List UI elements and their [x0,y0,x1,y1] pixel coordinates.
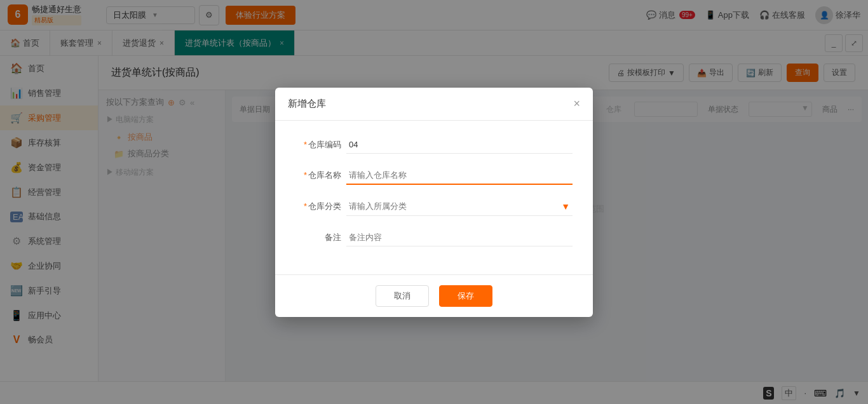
save-button[interactable]: 保存 [439,285,492,307]
dialog-footer: 取消 保存 [275,274,593,317]
category-dropdown-arrow: ▼ [561,201,570,212]
remark-input[interactable] [346,229,573,246]
cancel-button[interactable]: 取消 [376,285,429,307]
category-input[interactable] [349,201,561,211]
form-row-remark: 备注 [295,229,573,246]
category-label: 仓库分类 [295,201,346,212]
remark-label: 备注 [295,232,346,243]
dialog-header: 新增仓库 × [275,88,593,121]
add-warehouse-dialog: 新增仓库 × 仓库编码 仓库名称 仓库分类 ▼ [275,88,593,317]
form-row-category: 仓库分类 ▼ [295,198,573,216]
modal-overlay: 新增仓库 × 仓库编码 仓库名称 仓库分类 ▼ [0,0,868,404]
dialog-title: 新增仓库 [288,98,326,110]
dialog-close-btn[interactable]: × [573,98,580,109]
category-select-wrapper: ▼ [346,198,573,216]
form-row-name: 仓库名称 [295,166,573,185]
form-row-code: 仓库编码 [295,136,573,154]
name-input[interactable] [346,166,573,185]
dialog-body: 仓库编码 仓库名称 仓库分类 ▼ 备注 [275,121,593,274]
name-label: 仓库名称 [295,170,346,181]
code-input[interactable] [346,136,573,154]
code-label: 仓库编码 [295,139,346,151]
